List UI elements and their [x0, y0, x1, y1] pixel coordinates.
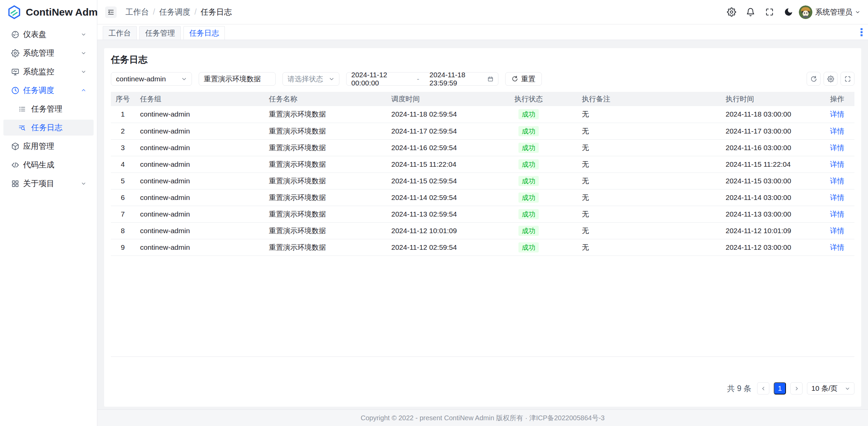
cell-no: 6	[111, 189, 135, 206]
cell-action: 详情	[812, 189, 854, 206]
detail-link[interactable]: 详情	[830, 160, 844, 168]
sidebar-item-task-log[interactable]: 任务日志	[3, 120, 94, 136]
sidebar-item-system-management[interactable]: 系统管理	[3, 45, 94, 61]
date-range-picker[interactable]: 2024-11-12 00:00:00 - 2024-11-18 23:59:5…	[346, 72, 498, 86]
header-actions: 系统管理员	[727, 5, 860, 19]
content-area: 任务日志 continew-admin 重置演示环境数据 请选择状态 2024	[97, 40, 868, 409]
cell-status: 成功	[481, 106, 576, 123]
detail-link[interactable]: 详情	[830, 243, 844, 251]
pagination-prev-button[interactable]	[757, 382, 769, 394]
pagination: 共 9 条 1 10 条/页	[111, 382, 854, 394]
sidebar-collapse-button[interactable]	[105, 6, 117, 18]
sidebar-menu: 仪表盘 系统管理 系统监控 任务调度 任务管理	[0, 24, 97, 191]
breadcrumb-item[interactable]: 工作台	[125, 7, 149, 17]
page-size-select[interactable]: 10 条/页	[807, 382, 854, 394]
cell-schedule-time: 2024-11-12 02:59:54	[386, 239, 481, 256]
table-header: 序号 任务组 任务名称 调度时间 执行状态 执行备注 执行时间 操作	[111, 92, 854, 106]
cell-status: 成功	[481, 222, 576, 239]
sidebar-item-app-management[interactable]: 应用管理	[3, 138, 94, 154]
cell-group: continew-admin	[135, 123, 263, 139]
cell-no: 5	[111, 173, 135, 189]
table-body: 1continew-admin重置演示环境数据2024-11-18 02:59:…	[111, 106, 854, 256]
sidebar-item-label: 任务管理	[31, 104, 62, 114]
cube-icon	[11, 142, 19, 150]
cell-group: continew-admin	[135, 222, 263, 239]
app-title: ContiNew Admin	[26, 6, 107, 18]
tab-workbench[interactable]: 工作台	[103, 26, 137, 40]
column-settings-button[interactable]	[824, 72, 837, 86]
detail-link[interactable]: 详情	[830, 177, 844, 185]
user-menu[interactable]: 系统管理员	[799, 5, 860, 19]
status-badge: 成功	[518, 242, 539, 252]
cell-no: 8	[111, 222, 135, 239]
dark-mode-moon-icon[interactable]	[784, 7, 793, 17]
cell-no: 1	[111, 106, 135, 123]
detail-link[interactable]: 详情	[830, 210, 844, 218]
table-row: 1continew-admin重置演示环境数据2024-11-18 02:59:…	[111, 106, 854, 123]
status-select[interactable]: 请选择状态	[282, 72, 339, 86]
table-row: 6continew-admin重置演示环境数据2024-11-14 02:59:…	[111, 189, 854, 206]
clock-icon	[11, 86, 19, 95]
cell-action: 详情	[812, 222, 854, 239]
sidebar-item-dashboard[interactable]: 仪表盘	[3, 26, 94, 42]
column-header-remark: 执行备注	[576, 92, 720, 106]
cell-name: 重置演示环境数据	[263, 206, 386, 222]
task-log-table: 序号 任务组 任务名称 调度时间 执行状态 执行备注 执行时间 操作 1cont…	[111, 92, 854, 357]
sidebar-item-task-management[interactable]: 任务管理	[3, 101, 94, 117]
refresh-table-button[interactable]	[807, 72, 821, 86]
cell-name: 重置演示环境数据	[263, 106, 386, 123]
chevron-down-icon	[845, 386, 850, 391]
chevron-down-icon	[181, 76, 187, 82]
column-header-exec-time: 执行时间	[720, 92, 812, 106]
detail-link[interactable]: 详情	[830, 144, 844, 151]
tab-task-log[interactable]: 任务日志	[183, 26, 225, 40]
detail-link[interactable]: 详情	[830, 110, 844, 118]
refresh-icon	[512, 76, 518, 82]
chevron-right-icon	[794, 386, 799, 391]
footer: Copyright © 2022 - present ContiNew Admi…	[97, 409, 868, 426]
avatar	[799, 5, 812, 19]
code-icon	[11, 161, 19, 169]
detail-link[interactable]: 详情	[830, 127, 844, 135]
column-header-schedule-time: 调度时间	[386, 92, 481, 106]
sidebar-item-label: 任务日志	[31, 122, 62, 133]
app-root: ContiNew Admin 仪表盘 系统管理 系统监控 任务调度	[0, 0, 868, 426]
task-group-select[interactable]: continew-admin	[111, 72, 192, 86]
cell-action: 详情	[812, 156, 854, 173]
column-header-name: 任务名称	[263, 92, 386, 106]
sidebar-item-task-scheduling[interactable]: 任务调度	[3, 82, 94, 98]
sidebar-item-label: 仪表盘	[23, 29, 46, 40]
sidebar-item-label: 关于项目	[23, 178, 54, 189]
notification-bell-icon[interactable]	[746, 7, 755, 17]
task-name-input[interactable]: 重置演示环境数据	[199, 72, 276, 86]
pagination-next-button[interactable]	[790, 382, 803, 394]
column-header-no: 序号	[111, 92, 135, 106]
tab-task-management[interactable]: 任务管理	[139, 26, 181, 40]
pagination-page-1[interactable]: 1	[774, 382, 786, 394]
date-end: 2024-11-18 23:59:59	[430, 71, 485, 87]
cell-exec-time: 2024-11-13 03:00:00	[720, 206, 812, 222]
cell-name: 重置演示环境数据	[263, 189, 386, 206]
fullscreen-table-button[interactable]	[841, 72, 854, 86]
cell-schedule-time: 2024-11-15 11:22:04	[386, 156, 481, 173]
detail-link[interactable]: 详情	[830, 227, 844, 235]
logo[interactable]: ContiNew Admin	[0, 0, 97, 24]
cell-group: continew-admin	[135, 239, 263, 256]
settings-icon[interactable]	[727, 7, 736, 17]
sidebar-item-code-generation[interactable]: 代码生成	[3, 157, 94, 173]
cell-name: 重置演示环境数据	[263, 139, 386, 156]
cell-remark: 无	[576, 239, 720, 256]
sidebar-item-system-monitor[interactable]: 系统监控	[3, 64, 94, 80]
reset-button[interactable]: 重置	[505, 72, 542, 86]
detail-link[interactable]: 详情	[830, 194, 844, 201]
fullscreen-icon[interactable]	[765, 7, 774, 17]
cell-name: 重置演示环境数据	[263, 222, 386, 239]
breadcrumb-item[interactable]: 任务调度	[159, 7, 190, 17]
cell-schedule-time: 2024-11-16 02:59:54	[386, 139, 481, 156]
status-badge: 成功	[518, 126, 539, 136]
tab-more-icon[interactable]	[860, 27, 863, 37]
sidebar-item-about-project[interactable]: 关于项目	[3, 176, 94, 191]
status-badge: 成功	[518, 109, 539, 119]
table-row: 9continew-admin重置演示环境数据2024-11-12 02:59:…	[111, 239, 854, 256]
chevron-down-icon	[81, 32, 86, 37]
